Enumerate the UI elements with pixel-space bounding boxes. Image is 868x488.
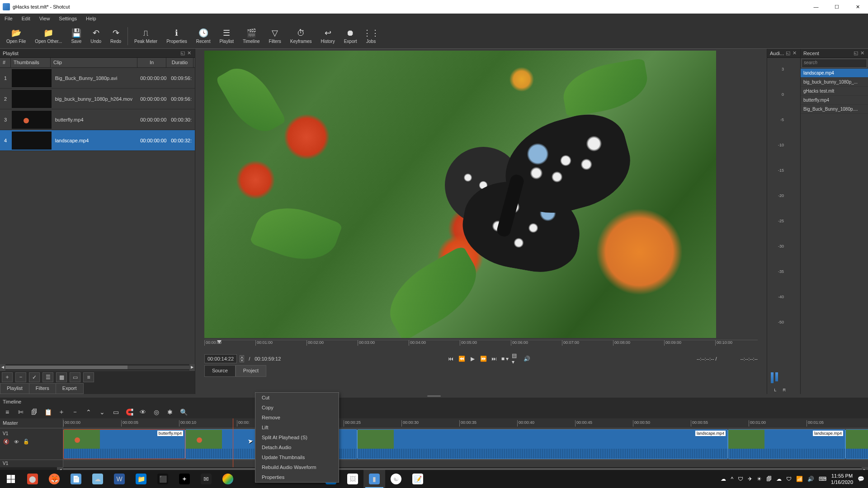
tab-source[interactable]: Source [204,365,236,377]
open-other-button[interactable]: 📁Open Other... [30,24,66,48]
context-menu-item[interactable]: Update Thumbnails [255,452,339,462]
tray-icon[interactable]: ☁ [721,476,726,482]
play-button[interactable]: ▶ [468,355,476,363]
start-button[interactable] [0,470,22,488]
tl-delete-button[interactable]: － [71,408,80,417]
preview-video[interactable] [204,51,716,338]
tray-icon[interactable]: 🛡 [738,476,743,482]
tray-lang-icon[interactable]: ⌨ [819,476,826,482]
tab-playlist[interactable]: Playlist [0,383,29,394]
timeline-clip[interactable]: big_buck_bunny [845,429,868,459]
context-menu-item[interactable]: Split At Playhead (S) [255,432,339,442]
menu-edit[interactable]: Edit [17,14,35,23]
tray-volume-icon[interactable]: 🔊 [807,476,814,482]
undo-button[interactable]: ↶Undo [86,24,106,48]
horizontal-splitter[interactable] [0,394,868,398]
tl-split-button[interactable]: ▭ [111,408,120,417]
tl-scrub-button[interactable]: 👁 [138,408,147,417]
recent-item[interactable]: Big_Buck_Bunny_1080p.... [801,105,868,114]
menu-view[interactable]: View [35,14,55,23]
recent-item[interactable]: landscape.mp4 [801,69,868,78]
timeline-track-v1[interactable]: butterfly.mp4landscape.mp4landscape.mp4b… [63,428,868,460]
context-menu-item[interactable]: Detach Audio [255,442,339,452]
timeline-clip[interactable]: landscape.mp4 [357,429,728,459]
properties-button[interactable]: ℹProperties [162,24,192,48]
taskbar-app[interactable]: ☁ [87,470,108,488]
playlist-hscroll[interactable]: ◀ ▶ [0,364,195,371]
close-button[interactable]: ✕ [847,0,868,14]
redo-button[interactable]: ↷Redo [106,24,126,48]
system-tray[interactable]: ☁ ^ 🛡 ✈ ☀ 🗐 ☁ 🛡 📶 🔊 ⌨ 11:55 PM 1/16/2020… [721,473,868,486]
zoom-menu-button[interactable]: ▤ ▾ [512,355,520,363]
taskbar-clock[interactable]: 11:55 PM 1/16/2020 [831,473,853,486]
taskbar-app[interactable]: ☯ [385,470,407,488]
master-track-header[interactable]: Master [0,418,63,428]
taskbar-app[interactable]: ⬤ [22,470,43,488]
timeline-clip[interactable]: landscape.mp4 [728,429,845,459]
tray-icon[interactable]: 🛡 [786,476,792,482]
tray-icon[interactable]: 🗐 [766,476,772,482]
timeline-tracks[interactable]: 00:00:0000:00:0500:00:1000:00:00:00:2500… [63,418,868,467]
taskbar-app[interactable] [217,470,239,488]
playlist-close-button[interactable]: ✕ [186,50,192,56]
tray-icon[interactable]: ✈ [748,476,752,482]
tl-menu-button[interactable]: ≡ [3,408,12,417]
tray-icon[interactable]: ☀ [757,476,762,482]
scroll-left-icon[interactable]: ◀ [0,364,5,371]
context-menu-item[interactable]: Rebuild Audio Waveform [255,462,339,472]
taskbar-app[interactable]: 🖼 [342,470,363,488]
tab-export[interactable]: Export [56,383,84,394]
timeline-ruler[interactable]: 00:00:0000:00:0500:00:1000:00:00:00:2500… [63,418,868,428]
recent-item[interactable]: big_buck_bunny_1080p_... [801,78,868,87]
fastfwd-button[interactable]: ⏩ [479,355,487,363]
scroll-right-icon[interactable]: ▶ [189,364,195,371]
timecode-spinner[interactable]: ▲▼ [240,355,244,362]
preview-ruler[interactable]: 00:00:0000:01:0000:02:0000:03:0000:04:00… [204,340,758,351]
tray-notifications-icon[interactable]: 💬 [858,476,864,482]
current-timecode[interactable]: 00:00:14:22 [204,354,237,363]
skip-next-button[interactable]: ⏭ [490,355,498,363]
playlist-button[interactable]: ☰Playlist [215,24,238,48]
track-hide-icon[interactable]: 👁 [13,439,20,445]
track-header-v1[interactable]: V1 🔇 👁 🔓 [0,428,63,460]
audiometer-close[interactable]: ✕ [791,50,797,56]
tl-append-button[interactable]: ＋ [57,408,66,417]
playlist-view-tiles-button[interactable]: ▭ [70,372,80,382]
playlist-row[interactable]: 2big_buck_bunny_1080p_h264.mov00:00:00:0… [0,89,195,109]
skip-prev-button[interactable]: ⏮ [447,355,455,363]
menu-file[interactable]: File [0,14,17,23]
tray-wifi-icon[interactable]: 📶 [796,476,803,482]
playlist-remove-button[interactable]: － [15,372,26,382]
recent-item[interactable]: gHacks test.mlt [801,87,868,96]
context-menu-item[interactable]: Remove [255,413,339,422]
playlist-view-grid-button[interactable]: ▦ [56,372,67,382]
menu-help[interactable]: Help [81,14,101,23]
context-menu-item[interactable]: Properties [255,472,339,482]
recent-undock[interactable]: ◱ [853,50,859,56]
playlist-row[interactable]: 4landscape.mp400:00:00:0000:00:32: [0,130,195,151]
context-menu-item[interactable]: Copy [255,403,339,413]
recent-search-input[interactable]: search [802,59,867,68]
maximize-button[interactable]: ☐ [826,0,847,14]
taskbar-app[interactable]: 📝 [407,470,429,488]
taskbar-app[interactable]: 🦊 [43,470,65,488]
tl-cut-button[interactable]: ✄ [16,408,25,417]
playlist-row[interactable]: 1Big_Buck_Bunny_1080p.avi00:00:00:0000:0… [0,68,195,89]
taskbar-app[interactable]: ✉ [195,470,217,488]
context-menu-item[interactable]: Cut [255,393,339,403]
tab-project[interactable]: Project [236,365,266,377]
history-button[interactable]: ↩History [316,24,340,48]
peak-meter-button[interactable]: ⎍Peak Meter [130,24,162,48]
export-button[interactable]: ⏺Export [340,24,362,48]
taskbar-app[interactable]: 📁 [130,470,152,488]
filters-button[interactable]: ▽Filters [264,24,286,48]
tl-snap-button[interactable]: 🧲 [125,408,134,417]
track-header-v1b[interactable]: V1 [0,460,63,467]
timeline-clip[interactable]: butterfly.mp4 [63,429,185,459]
context-menu-item[interactable]: Lift [255,422,339,432]
tl-paste-button[interactable]: 📋 [43,408,52,417]
track-lock-icon[interactable]: 🔓 [23,439,30,445]
timeline-button[interactable]: 🎬Timeline [238,24,264,48]
tl-overwrite-button[interactable]: ⌄ [98,408,107,417]
playlist-undock-button[interactable]: ◱ [179,50,186,56]
